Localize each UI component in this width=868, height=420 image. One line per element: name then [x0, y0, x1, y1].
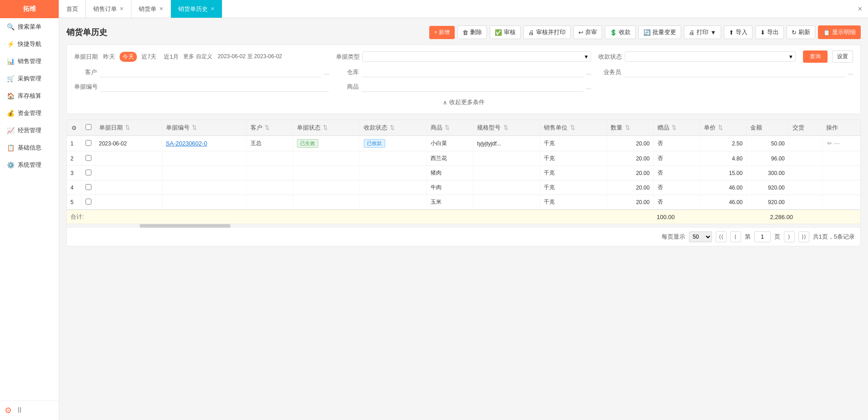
cell-date: [95, 166, 162, 180]
row-checkbox[interactable]: [85, 184, 91, 190]
cell-check[interactable]: [81, 136, 95, 151]
sidebar-item-purchase-mgmt[interactable]: 🛒 采购管理: [0, 70, 59, 87]
tab-home[interactable]: 首页: [59, 0, 86, 18]
audit-print-button[interactable]: 🖨 审核并打印: [523, 25, 571, 39]
th-gift[interactable]: 赠品 ⇅: [653, 120, 700, 136]
collapse-button[interactable]: ∧ 收起更多条件: [74, 96, 853, 108]
cell-index: 5: [67, 195, 81, 210]
pay-status-select[interactable]: ▾: [625, 51, 796, 62]
close-icon[interactable]: ✕: [159, 6, 163, 12]
print-button[interactable]: 🖨 打印 ▼: [684, 25, 721, 39]
delete-button[interactable]: 🗑 删除: [457, 25, 487, 39]
per-page-select[interactable]: 50 100 200: [689, 231, 712, 242]
th-amount[interactable]: 金额: [747, 120, 789, 136]
th-customer[interactable]: 客户 ⇅: [246, 120, 293, 136]
sidebar-item-finance-mgmt[interactable]: 💰 资金管理: [0, 105, 59, 122]
row-checkbox[interactable]: [85, 155, 91, 161]
row-checkbox[interactable]: [85, 199, 91, 205]
refresh-button[interactable]: ↻ 刷新: [787, 25, 815, 39]
cell-check[interactable]: [81, 151, 95, 166]
date-yesterday[interactable]: 昨天: [100, 52, 118, 62]
batch-change-button[interactable]: 🔄 批量变更: [638, 25, 681, 39]
th-qty[interactable]: 数量 ⇅: [607, 120, 653, 136]
sort-icon: ⇅: [570, 124, 575, 131]
sidebar-item-system-mgmt[interactable]: ⚙️ 系统管理: [0, 156, 59, 174]
sidebar-collapse-icon[interactable]: ⏸: [15, 405, 24, 415]
filter-doc-no: 单据编号: [74, 82, 329, 92]
sidebar-settings-icon[interactable]: ⚙: [5, 405, 12, 415]
tab-sales-order[interactable]: 销售订单 ✕: [86, 0, 131, 18]
chevron-down-icon: ▾: [789, 53, 793, 60]
close-icon[interactable]: ✕: [120, 6, 124, 12]
cell-check[interactable]: [81, 195, 95, 210]
doc-type-select[interactable]: ▾: [362, 51, 591, 62]
show-details-button[interactable]: 📋 显示明细: [818, 25, 861, 39]
th-price[interactable]: 单价 ⇅: [700, 120, 746, 136]
query-button[interactable]: 查询: [803, 50, 828, 63]
customer-input[interactable]: [100, 67, 321, 77]
row-checkbox[interactable]: [85, 140, 91, 146]
date-7days[interactable]: 近7天: [139, 52, 159, 62]
cell-check[interactable]: [81, 166, 95, 180]
more-action-btn[interactable]: ⋯: [834, 140, 840, 147]
th-spec[interactable]: 规格型号 ⇅: [473, 120, 540, 136]
page-number-input[interactable]: [754, 231, 771, 242]
staff-input[interactable]: [624, 67, 845, 77]
cell-check[interactable]: [81, 180, 95, 195]
cell-trade: [788, 151, 822, 166]
sort-icon: ⇅: [125, 124, 130, 131]
cell-qty: 20.00: [607, 195, 653, 210]
staff-ellipsis[interactable]: ...: [848, 69, 853, 76]
sort-icon: ⇅: [672, 124, 677, 131]
date-today[interactable]: 今天: [120, 52, 137, 62]
sidebar-item-quick-nav[interactable]: ⚡ 快捷导航: [0, 35, 59, 53]
select-all-checkbox[interactable]: [85, 124, 91, 130]
sidebar-item-sales-mgmt[interactable]: 📊 销售管理: [0, 53, 59, 70]
warehouse-input[interactable]: [361, 67, 583, 77]
horizontal-scrollbar[interactable]: [67, 224, 860, 227]
th-pay-status[interactable]: 收款状态 ⇅: [360, 120, 427, 136]
page-first-button[interactable]: ⟨⟨: [716, 231, 727, 242]
sidebar-item-ops-mgmt[interactable]: 📈 经营管理: [0, 122, 59, 139]
tab-bar-close-button[interactable]: ✕: [852, 0, 868, 18]
th-date[interactable]: 单据日期 ⇅: [95, 120, 162, 136]
date-more[interactable]: 更多: [183, 53, 194, 60]
th-unit[interactable]: 销售单位 ⇅: [540, 120, 607, 136]
goods-ellipsis[interactable]: ...: [586, 84, 591, 90]
th-goods[interactable]: 商品 ⇅: [427, 120, 473, 136]
tab-sales-history[interactable]: 销货单历史 ✕: [171, 0, 222, 18]
tab-sales-goods[interactable]: 销货单 ✕: [131, 0, 171, 18]
new-button[interactable]: + 新增: [429, 26, 455, 39]
scrollbar-thumb[interactable]: [140, 224, 231, 228]
doc-no-input[interactable]: [100, 82, 329, 92]
sidebar-item-basic-info[interactable]: 📋 基础信息: [0, 139, 59, 156]
row-checkbox[interactable]: [85, 170, 91, 175]
goods-input[interactable]: [361, 82, 583, 92]
th-trade[interactable]: 交货: [788, 120, 822, 136]
page-prev-button[interactable]: ⟨: [730, 231, 741, 242]
settings-button[interactable]: 设置: [832, 50, 853, 63]
page-last-button[interactable]: ⟩⟩: [798, 231, 809, 242]
warehouse-ellipsis[interactable]: ...: [586, 69, 591, 76]
table-settings-icon[interactable]: ⚙: [71, 125, 77, 131]
cell-spec: [473, 180, 540, 195]
abandon-button[interactable]: ↩ 弃审: [573, 25, 602, 39]
close-icon[interactable]: ✕: [211, 6, 215, 12]
col-check[interactable]: [81, 120, 95, 136]
export-button[interactable]: ⬇ 导出: [755, 25, 784, 39]
col-settings[interactable]: ⚙: [67, 120, 81, 136]
cell-pay-status: [360, 195, 427, 210]
sidebar-item-inventory-calc[interactable]: 🏠 库存核算: [0, 87, 59, 105]
th-doc-no[interactable]: 单据编号 ⇅: [162, 120, 246, 136]
collect-button[interactable]: 💲 收款: [605, 25, 636, 39]
page-next-button[interactable]: ⟩: [784, 231, 795, 242]
date-1month[interactable]: 近1月: [161, 52, 181, 62]
sidebar-item-search-menu[interactable]: 🔍 搜索菜单: [0, 18, 59, 35]
audit-button[interactable]: ✅ 审核: [490, 25, 521, 39]
th-doc-status[interactable]: 单据状态 ⇅: [293, 120, 360, 136]
customer-ellipsis[interactable]: ...: [324, 69, 329, 76]
edit-action-btn[interactable]: ✏: [827, 140, 832, 147]
import-button[interactable]: ⬆ 导入: [724, 25, 753, 39]
date-custom[interactable]: 自定义: [196, 53, 212, 60]
doc-no-link[interactable]: SA-20230602-0: [166, 140, 207, 147]
